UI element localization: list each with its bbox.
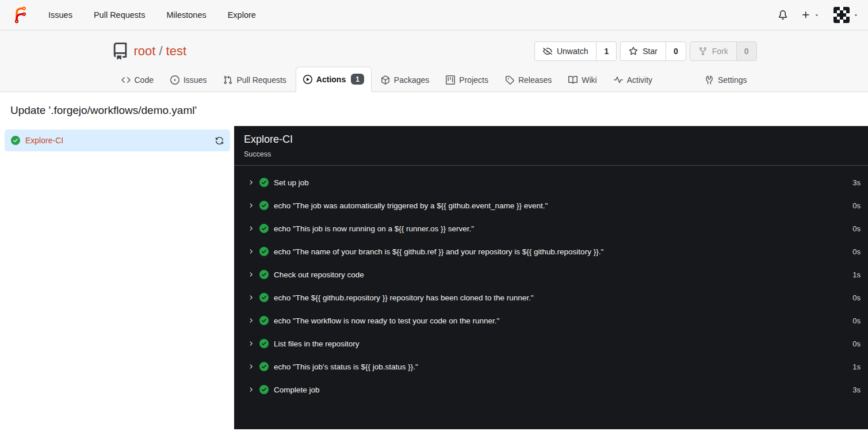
jobs-sidebar: Explore-CI — [0, 126, 234, 429]
step-row[interactable]: echo "The job was automatically triggere… — [242, 194, 863, 217]
repo-button-count[interactable]: 1 — [596, 42, 616, 60]
tag-icon — [505, 75, 514, 85]
step-duration: 0s — [852, 340, 861, 348]
chevron-right-icon — [247, 363, 254, 370]
step-row[interactable]: Set up job 3s — [242, 171, 863, 194]
chevron-right-icon — [247, 248, 254, 255]
git-pull-request-icon — [223, 75, 232, 85]
repo-header: root / test Unwatch 1 Star 0 Fork 0 Code — [0, 30, 868, 92]
step-row[interactable]: echo "The ${{ github.repository }} repos… — [242, 286, 863, 309]
create-new-button[interactable] — [801, 10, 820, 20]
repo-tab[interactable]: Pull Requests — [216, 68, 293, 92]
notifications-button[interactable] — [778, 10, 787, 20]
check-circle-icon — [259, 270, 269, 279]
step-row[interactable]: echo "The name of your branch is ${{ git… — [242, 240, 863, 263]
tools-icon — [705, 75, 714, 85]
repo-button[interactable]: Fork — [690, 42, 736, 60]
issue-opened-icon — [170, 75, 179, 85]
step-duration: 0s — [852, 316, 861, 325]
repo-tab[interactable]: Actions 1 — [296, 67, 372, 92]
chevron-right-icon — [247, 340, 254, 347]
check-circle-icon — [259, 385, 269, 394]
repo-tab[interactable]: Issues — [163, 68, 214, 92]
repo-tab[interactable]: Settings — [697, 68, 755, 92]
top-navbar: IssuesPull RequestsMilestonesExplore — [0, 0, 868, 30]
step-duration: 1s — [852, 363, 861, 371]
main-nav: IssuesPull RequestsMilestonesExplore — [48, 7, 256, 23]
repo-icon — [112, 43, 129, 60]
check-circle-icon — [259, 224, 269, 233]
rerun-icon[interactable] — [215, 136, 224, 145]
step-row[interactable]: echo "This job is now running on a ${{ r… — [242, 217, 863, 240]
check-circle-icon — [259, 178, 269, 187]
repo-tab[interactable]: Wiki — [561, 68, 604, 92]
app-root: IssuesPull RequestsMilestonesExplore — [0, 0, 868, 429]
pulse-icon — [614, 75, 623, 85]
repo-button[interactable]: Star — [621, 42, 666, 60]
run-page: Update '.forgejo/workflows/demo.yaml' Ex… — [0, 92, 868, 429]
play-circle-icon — [303, 75, 312, 84]
chevron-right-icon — [247, 179, 254, 186]
forgejo-logo[interactable] — [12, 6, 29, 24]
user-menu-button[interactable] — [833, 7, 859, 23]
check-circle-icon — [259, 316, 269, 325]
repo-action-buttons: Unwatch 1 Star 0 Fork 0 — [534, 41, 757, 61]
step-row[interactable]: Check out repository code 1s — [242, 263, 863, 286]
step-duration: 0s — [852, 247, 861, 256]
sidebar-job-item[interactable]: Explore-CI — [5, 129, 230, 151]
tab-badge: 1 — [351, 74, 364, 85]
step-duration: 0s — [852, 201, 861, 210]
repo-tab[interactable]: Activity — [606, 68, 660, 92]
repo-tab[interactable]: Packages — [373, 68, 437, 92]
repo-owner-link[interactable]: root — [134, 44, 156, 59]
repo-button-count[interactable]: 0 — [666, 42, 686, 60]
chevron-right-icon — [247, 294, 254, 301]
repo-path-separator: / — [159, 44, 162, 59]
nav-link[interactable]: Milestones — [166, 7, 206, 23]
step-row[interactable]: Complete job 3s — [242, 378, 863, 401]
step-duration: 0s — [852, 293, 861, 302]
check-circle-icon — [259, 247, 269, 256]
avatar — [833, 7, 850, 23]
job-item-label: Explore-CI — [25, 136, 63, 145]
star-icon — [629, 47, 638, 56]
repo-tabs-strip: Code Issues Pull Requests Actions 1 Pack… — [0, 67, 868, 92]
repo-tab[interactable]: Projects — [438, 68, 496, 92]
chevron-right-icon — [247, 271, 254, 278]
step-duration: 1s — [852, 270, 861, 279]
repo-name-link[interactable]: test — [166, 44, 186, 59]
check-circle-icon — [259, 201, 269, 210]
step-row[interactable]: List files in the repository 0s — [242, 332, 863, 355]
check-circle-icon — [259, 362, 269, 371]
chevron-down-icon — [814, 12, 820, 18]
repo-tab[interactable]: Code — [114, 68, 161, 92]
job-name: Explore-CI — [244, 134, 858, 146]
repo-button-count[interactable]: 0 — [736, 42, 756, 60]
nav-link[interactable]: Issues — [48, 7, 72, 23]
plus-icon — [801, 10, 810, 20]
chevron-right-icon — [247, 317, 254, 324]
step-row[interactable]: echo "The workflow is now ready to test … — [242, 309, 863, 332]
repo-tabs: Code Issues Pull Requests Actions 1 Pack… — [112, 67, 757, 91]
steps-list: Set up job 3s echo "The job was automati… — [234, 166, 868, 401]
check-circle-icon — [259, 339, 269, 348]
chevron-down-icon — [853, 12, 859, 18]
nav-link[interactable]: Pull Requests — [94, 7, 145, 23]
navbar-right — [778, 7, 859, 23]
step-duration: 3s — [852, 178, 861, 187]
chevron-right-icon — [247, 202, 254, 209]
package-icon — [381, 75, 390, 85]
chevron-right-icon — [247, 386, 254, 393]
page-title: Update '.forgejo/workflows/demo.yaml' — [0, 92, 868, 126]
run-layout: Explore-CI Explore-CI Success Set up job… — [0, 126, 868, 429]
repo-button-group: Fork 0 — [690, 41, 757, 61]
repo-title: root / test — [134, 44, 187, 59]
repo-button[interactable]: Unwatch — [535, 42, 596, 60]
step-row[interactable]: echo "This job's status is ${{ job.statu… — [242, 355, 863, 378]
repo-tab[interactable]: Releases — [498, 68, 559, 92]
run-panel-header: Explore-CI Success — [234, 126, 868, 166]
fork-icon — [698, 47, 708, 56]
check-circle-icon — [11, 136, 20, 145]
nav-link[interactable]: Explore — [228, 7, 256, 23]
project-icon — [446, 75, 455, 85]
